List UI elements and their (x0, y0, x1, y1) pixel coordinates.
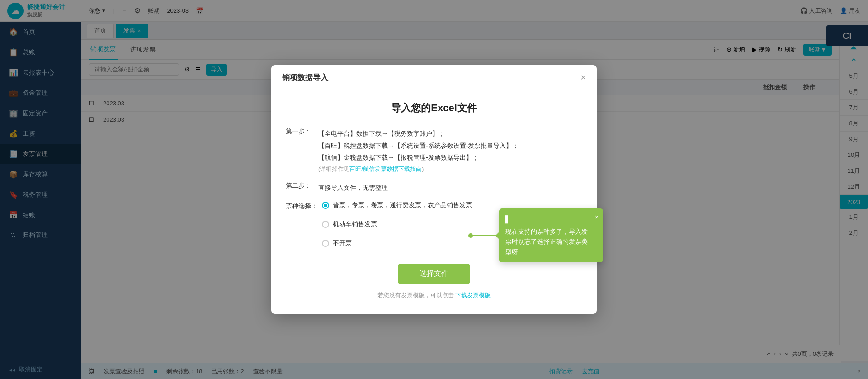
radio-label-2: 机动车销售发票 (333, 220, 377, 228)
radio-dot-1 (324, 204, 327, 207)
step1-content: 【全电平台】数据下载→【税务数字账户】； 【百旺】税控盘数据下载→【系统设置-系… (318, 128, 519, 175)
tooltip-header: ▌ (505, 214, 590, 225)
radio-section: 票种选择： 普票，专票，卷票，通行费发票，农产品销售发票 机动车销售发票 (286, 201, 582, 253)
tooltip-connector-dot (468, 233, 473, 238)
step1-line1: 【全电平台】数据下载→【税务数字账户】； (318, 128, 519, 140)
radio-option-2[interactable]: 机动车销售发票 (322, 220, 472, 228)
modal-header: 销项数据导入 × (271, 65, 597, 90)
radio-circle-2[interactable] (322, 221, 329, 228)
modal-title: 销项数据导入 (282, 72, 328, 83)
step1-row: 第一步： 【全电平台】数据下载→【税务数字账户】； 【百旺】税控盘数据下载→【系… (286, 128, 582, 175)
select-file-btn[interactable]: 选择文件 (398, 264, 470, 284)
step1-line3: 【航信】金税盘数据下载→【报税管理-发票数据导出】； (318, 152, 519, 164)
step2-row: 第二步： 直接导入文件，无需整理 (286, 182, 582, 194)
step1-line2: 【百旺】税控盘数据下载→【系统设置-系统参数设置-发票批量导入】； (318, 140, 519, 152)
tooltip-close-btn[interactable]: × (595, 212, 599, 222)
tooltip-popup: ▌ 现在支持的票种多了，导入发票时别忘了选择正确的发票类型呀! × (499, 208, 603, 262)
step2-label: 第二步： (286, 182, 313, 190)
step1-link: (详细操作见百旺/航信发票数据下载指南) (318, 164, 519, 175)
radio-label-3: 不开票 (333, 239, 352, 247)
modal-body: 导入您的Excel文件 第一步： 【全电平台】数据下载→【税务数字账户】； 【百… (271, 90, 597, 314)
radio-circle-1[interactable] (322, 202, 329, 209)
radio-option-1[interactable]: 普票，专票，卷票，通行费发票，农产品销售发票 (322, 201, 472, 209)
modal-close-btn[interactable]: × (580, 72, 586, 83)
radio-option-3[interactable]: 不开票 (322, 239, 472, 247)
step1-label: 第一步： (286, 128, 313, 136)
modal-main-title: 导入您的Excel文件 (286, 101, 582, 115)
modal-overlay: 销项数据导入 × 导入您的Excel文件 第一步： 【全电平台】数据下载→【税务… (0, 0, 868, 379)
radio-options: 普票，专票，卷票，通行费发票，农产品销售发票 机动车销售发票 不开票 (322, 201, 472, 253)
modal-footer: 若您没有发票模版，可以点击 下载发票模版 (286, 291, 582, 299)
radio-label-1: 普票，专票，卷票，通行费发票，农产品销售发票 (333, 201, 472, 209)
guide-link[interactable]: 百旺/航信发票数据下载指南 (349, 166, 422, 172)
radio-label: 票种选择： (286, 201, 322, 210)
step2-content: 直接导入文件，无需整理 (318, 182, 388, 194)
tooltip-arrow (495, 232, 499, 239)
tooltip-connector-line (471, 235, 498, 236)
download-template-link[interactable]: 下载发票模版 (455, 292, 491, 298)
modal: 销项数据导入 × 导入您的Excel文件 第一步： 【全电平台】数据下载→【税务… (271, 65, 597, 314)
radio-circle-3[interactable] (322, 240, 329, 247)
tooltip-text: 现在支持的票种多了，导入发票时别忘了选择正确的发票类型呀! (505, 228, 588, 256)
